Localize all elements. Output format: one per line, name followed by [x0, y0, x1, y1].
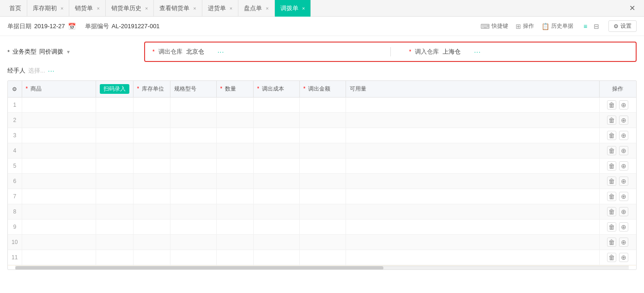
- close-tab-4[interactable]: ×: [193, 6, 196, 11]
- copy-btn[interactable]: ⊕: [619, 177, 628, 186]
- amount-cell[interactable]: [299, 143, 346, 159]
- bottom-scrollbar[interactable]: [15, 266, 629, 269]
- delete-btn[interactable]: 🗑: [607, 100, 616, 110]
- layout-list-icon[interactable]: ≡: [581, 22, 590, 31]
- cost-cell[interactable]: [253, 143, 299, 159]
- cost-cell[interactable]: [253, 235, 299, 250]
- qty-cell[interactable]: [216, 98, 253, 113]
- amount-cell[interactable]: [299, 189, 346, 204]
- goods-cell[interactable]: [22, 204, 96, 220]
- qty-cell[interactable]: [216, 204, 253, 220]
- available-cell[interactable]: [346, 159, 599, 174]
- qty-cell[interactable]: [216, 189, 253, 204]
- goods-cell[interactable]: [22, 143, 96, 159]
- tab-view-sales[interactable]: 查看销货单 ×: [154, 0, 202, 17]
- goods-cell[interactable]: [22, 174, 96, 189]
- unit-cell[interactable]: [133, 250, 170, 265]
- close-tab-5[interactable]: ×: [230, 6, 232, 11]
- available-cell[interactable]: [346, 98, 599, 113]
- delete-btn[interactable]: 🗑: [607, 253, 616, 262]
- settings-button[interactable]: ⚙ 设置: [608, 20, 637, 32]
- tab-sales-order[interactable]: 销货单 ×: [69, 0, 105, 17]
- tab-sales-history[interactable]: 销货单历史 ×: [106, 0, 154, 17]
- amount-cell[interactable]: [299, 220, 346, 235]
- unit-cell[interactable]: [133, 128, 170, 143]
- close-tab-2[interactable]: ×: [97, 6, 99, 11]
- qty-cell[interactable]: [216, 250, 253, 265]
- unit-cell[interactable]: [133, 143, 170, 159]
- unit-cell[interactable]: [133, 159, 170, 174]
- cost-cell[interactable]: [253, 220, 299, 235]
- available-cell[interactable]: [346, 189, 599, 204]
- qty-cell[interactable]: [216, 143, 253, 159]
- cost-cell[interactable]: [253, 113, 299, 128]
- delete-btn[interactable]: 🗑: [607, 116, 616, 125]
- goods-cell[interactable]: [22, 128, 96, 143]
- goods-cell[interactable]: [22, 220, 96, 235]
- tab-purchase[interactable]: 进货单 ×: [202, 0, 238, 17]
- delete-btn[interactable]: 🗑: [607, 207, 616, 216]
- cost-cell[interactable]: [253, 189, 299, 204]
- scan-button[interactable]: 扫码录入: [100, 84, 129, 94]
- history-btn[interactable]: 📋 历史单据: [541, 22, 573, 30]
- unit-cell[interactable]: [133, 174, 170, 189]
- delete-btn[interactable]: 🗑: [607, 238, 616, 247]
- spec-cell[interactable]: [170, 174, 216, 189]
- cost-cell[interactable]: [253, 174, 299, 189]
- copy-btn[interactable]: ⊕: [619, 192, 628, 201]
- amount-cell[interactable]: [299, 250, 346, 265]
- copy-btn[interactable]: ⊕: [619, 161, 628, 171]
- goods-cell[interactable]: [22, 235, 96, 250]
- amount-cell[interactable]: [299, 204, 346, 220]
- cost-cell[interactable]: [253, 250, 299, 265]
- amount-cell[interactable]: [299, 174, 346, 189]
- table-gear-icon[interactable]: ⚙: [12, 86, 17, 92]
- tab-transfer[interactable]: 调拨单 ×: [275, 0, 311, 17]
- copy-btn[interactable]: ⊕: [619, 146, 628, 155]
- amount-cell[interactable]: [299, 159, 346, 174]
- spec-cell[interactable]: [170, 113, 216, 128]
- in-warehouse-more[interactable]: ···: [474, 48, 481, 55]
- shortcuts-btn[interactable]: ⌨ 快捷键: [480, 22, 508, 30]
- copy-btn[interactable]: ⊕: [619, 222, 628, 232]
- business-type-dropdown[interactable]: ▼: [66, 49, 71, 55]
- qty-cell[interactable]: [216, 174, 253, 189]
- handler-input[interactable]: 选择...: [28, 67, 45, 75]
- delete-btn[interactable]: 🗑: [607, 177, 616, 186]
- amount-cell[interactable]: [299, 235, 346, 250]
- spec-cell[interactable]: [170, 128, 216, 143]
- scrollbar-thumb[interactable]: [15, 266, 383, 270]
- qty-cell[interactable]: [216, 220, 253, 235]
- delete-btn[interactable]: 🗑: [607, 161, 616, 171]
- delete-btn[interactable]: 🗑: [607, 222, 616, 232]
- th-settings[interactable]: ⚙: [8, 81, 22, 98]
- copy-btn[interactable]: ⊕: [619, 131, 628, 140]
- delete-btn[interactable]: 🗑: [607, 192, 616, 201]
- delete-btn[interactable]: 🗑: [607, 131, 616, 140]
- copy-btn[interactable]: ⊕: [619, 253, 628, 262]
- qty-cell[interactable]: [216, 113, 253, 128]
- unit-cell[interactable]: [133, 204, 170, 220]
- unit-cell[interactable]: [133, 220, 170, 235]
- qty-cell[interactable]: [216, 159, 253, 174]
- cost-cell[interactable]: [253, 159, 299, 174]
- amount-cell[interactable]: [299, 98, 346, 113]
- spec-cell[interactable]: [170, 143, 216, 159]
- spec-cell[interactable]: [170, 220, 216, 235]
- close-tab-3[interactable]: ×: [145, 6, 148, 11]
- available-cell[interactable]: [346, 113, 599, 128]
- spec-cell[interactable]: [170, 250, 216, 265]
- handler-more[interactable]: ···: [48, 67, 55, 74]
- tab-home[interactable]: 首页: [4, 0, 27, 17]
- tab-stocktake[interactable]: 盘点单 ×: [238, 0, 274, 17]
- copy-btn[interactable]: ⊕: [619, 116, 628, 125]
- layout-grid-icon[interactable]: ⊟: [592, 22, 601, 31]
- available-cell[interactable]: [346, 143, 599, 159]
- unit-cell[interactable]: [133, 98, 170, 113]
- tab-inventory-init[interactable]: 库存期初 ×: [27, 0, 69, 17]
- operations-btn[interactable]: ⊞ 操作: [516, 22, 534, 30]
- available-cell[interactable]: [346, 204, 599, 220]
- unit-cell[interactable]: [133, 235, 170, 250]
- delete-btn[interactable]: 🗑: [607, 146, 616, 155]
- amount-cell[interactable]: [299, 113, 346, 128]
